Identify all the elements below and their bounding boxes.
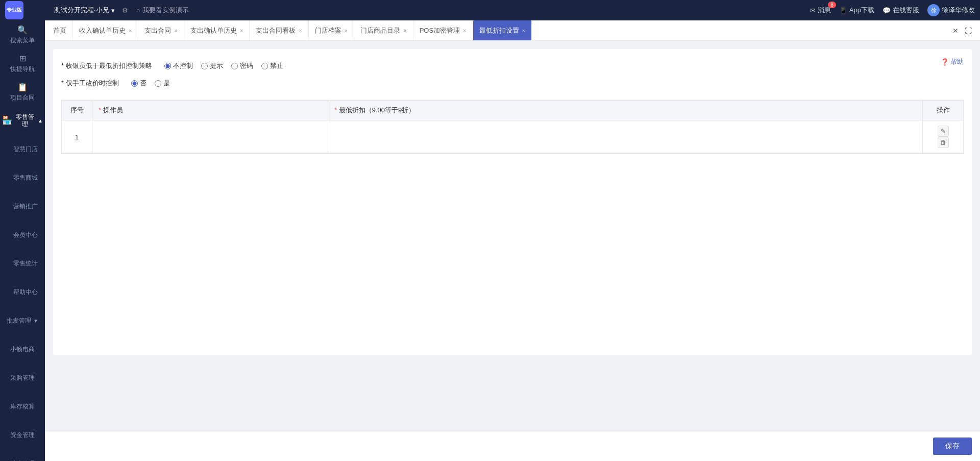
tab-close-icon[interactable]: ×: [403, 28, 406, 34]
sidebar-item-retailstat[interactable]: 零售统计: [0, 249, 45, 278]
app-download-button[interactable]: 📱 App下载: [839, 6, 874, 15]
sidebar-item-label: 采购管理: [10, 374, 35, 381]
sidebar-item-inventory[interactable]: 库存核算: [0, 392, 45, 421]
close-tab-button[interactable]: ✕: [950, 26, 961, 36]
settings-icon[interactable]: ⚙: [119, 7, 131, 14]
table-row: 1 ✎ 🗑: [62, 120, 964, 154]
help-link[interactable]: ❓ 帮助: [941, 57, 964, 66]
logo: 专业版: [5, 1, 50, 19]
sidebar-item-label: 批发管理: [7, 317, 31, 324]
strategy-label: * 收银员低于最低折扣控制策略: [61, 61, 152, 70]
sidebar-item-label: 智慧门店: [13, 145, 38, 153]
sidebar-item-member[interactable]: 会员中心: [0, 221, 45, 249]
manual-radio-no[interactable]: [131, 80, 138, 87]
tab-pos-encrypt[interactable]: POS加密管理 ×: [413, 20, 473, 41]
discount-table: 序号 * 操作员 * 最低折扣（9.00等于9折） 操作 1 ✎: [61, 100, 964, 154]
strategy-radio-forbid[interactable]: [261, 63, 268, 69]
sidebar-item-label: 帮助中心: [13, 288, 38, 296]
edit-button[interactable]: ✎: [938, 126, 949, 137]
tab-close-icon[interactable]: ×: [522, 28, 525, 34]
strategy-radio-password[interactable]: [231, 63, 238, 69]
logo-icon: 专业版: [5, 1, 23, 19]
sidebar-item-label: 营销推广: [13, 203, 38, 210]
sidebar-item-finance[interactable]: 资金管理: [0, 421, 45, 449]
sidebar-item-contract[interactable]: 📋 项目合同: [0, 78, 45, 106]
app-download-label: App下载: [849, 6, 874, 15]
messages-badge: 8: [828, 2, 836, 8]
sidebar-item-ecommerce[interactable]: 小畅电商: [0, 335, 45, 363]
tabbar-actions: ✕ ⛶: [946, 26, 978, 36]
tab-payment-board[interactable]: 支出合同看板 ×: [250, 20, 308, 41]
messages-button[interactable]: ✉ 消息 8: [810, 6, 831, 15]
manual-radio-group: 否 是: [131, 79, 170, 88]
user-menu[interactable]: 徐 徐泽华修改: [927, 4, 975, 16]
strategy-option-password[interactable]: 密码: [231, 61, 253, 70]
help-label: 帮助: [950, 57, 964, 66]
tab-label: 门店档案: [315, 26, 341, 35]
strategy-radio-hint[interactable]: [201, 63, 208, 69]
manual-radio-yes[interactable]: [155, 80, 161, 87]
tab-label: 门店商品目录: [360, 26, 400, 35]
sidebar-item-retailmall[interactable]: 零售商城: [0, 163, 45, 192]
strategy-radio-none[interactable]: [164, 63, 171, 69]
main-content: 首页 收入确认单历史 × 支出合同 × 支出确认单历史 × 支出合同看板 × 门…: [45, 20, 980, 461]
tab-income-history[interactable]: 收入确认单历史 ×: [73, 20, 138, 41]
sidebar-item-wholesale[interactable]: 批发管理 ▼: [0, 306, 45, 335]
strategy-option-forbid[interactable]: 禁止: [261, 61, 283, 70]
tab-close-icon[interactable]: ×: [174, 28, 177, 34]
tab-store-archive[interactable]: 门店档案 ×: [309, 20, 354, 41]
tab-label: 支出合同看板: [256, 26, 296, 35]
page-card: ❓ 帮助 * 收银员低于最低折扣控制策略 不控制 提示: [53, 49, 972, 355]
chevron-down-icon: ▼: [33, 318, 38, 324]
sidebar-item-shortcut[interactable]: ⊞ 快捷导航: [0, 49, 45, 78]
sidebar-item-label: 小畅电商: [10, 346, 35, 353]
sidebar-item-label: 会员中心: [13, 231, 38, 238]
col-header-actions: 操作: [923, 101, 964, 120]
tab-label: 最低折扣设置: [479, 26, 519, 35]
tab-close-icon[interactable]: ×: [345, 28, 348, 34]
sidebar-item-ledger[interactable]: 总账管理: [0, 449, 45, 461]
tab-close-icon[interactable]: ×: [129, 28, 132, 34]
tab-home[interactable]: 首页: [47, 20, 73, 41]
manual-option-no[interactable]: 否: [131, 79, 146, 88]
project-selector[interactable]: 测试分开完程·小兄 ▾: [50, 6, 119, 15]
project-name: 测试分开完程·小兄: [54, 6, 109, 15]
row-actions: ✎ 🗑: [923, 120, 964, 154]
retail-icon: 🏪: [2, 115, 12, 125]
sidebar-item-label: 快捷导航: [10, 65, 35, 72]
strategy-option-none[interactable]: 不控制: [164, 61, 193, 70]
tab-close-icon[interactable]: ×: [240, 28, 243, 34]
sidebar-item-label: 搜索菜单: [10, 37, 35, 44]
demo-icon: ○: [136, 7, 140, 14]
sidebar-item-retail[interactable]: 🏪 零售管理 ▲: [0, 106, 45, 135]
avatar: 徐: [927, 4, 940, 16]
sidebar-item-marketing[interactable]: 营销推广: [0, 192, 45, 221]
tab-label: POS加密管理: [420, 26, 460, 35]
manual-option-yes[interactable]: 是: [155, 79, 170, 88]
row-index: 1: [62, 120, 92, 154]
sidebar-item-label: 零售商城: [13, 174, 38, 181]
expand-tab-button[interactable]: ⛶: [963, 26, 974, 36]
sidebar-item-search[interactable]: 🔍 搜索菜单: [0, 20, 45, 49]
tab-store-catalog[interactable]: 门店商品目录 ×: [354, 20, 413, 41]
delete-button[interactable]: 🗑: [938, 137, 949, 148]
sidebar-item-purchase[interactable]: 采购管理: [0, 363, 45, 392]
save-button[interactable]: 保存: [933, 438, 972, 455]
col-header-operator: * 操作员: [92, 101, 328, 120]
tab-payment-contract[interactable]: 支出合同 ×: [138, 20, 184, 41]
shortcut-icon: ⊞: [19, 54, 26, 63]
sidebar-item-label: 项目合同: [10, 94, 35, 101]
tab-close-icon[interactable]: ×: [299, 28, 302, 34]
tab-min-discount[interactable]: 最低折扣设置 ×: [473, 20, 532, 41]
strategy-option-forbid-label: 禁止: [270, 61, 283, 70]
sidebar-item-help[interactable]: 帮助中心: [0, 278, 45, 306]
strategy-option-hint[interactable]: 提示: [201, 61, 223, 70]
online-support-button[interactable]: 💬 在线客服: [883, 6, 919, 15]
tab-close-icon[interactable]: ×: [463, 28, 466, 34]
demo-label: 我要看实例演示: [142, 6, 189, 15]
demo-button[interactable]: ○ 我要看实例演示: [131, 6, 194, 15]
contract-icon: 📋: [17, 82, 28, 92]
sidebar-item-smartshop[interactable]: 智慧门店: [0, 135, 45, 163]
tab-payment-history[interactable]: 支出确认单历史 ×: [184, 20, 250, 41]
logo-text: 专业版: [7, 7, 22, 14]
